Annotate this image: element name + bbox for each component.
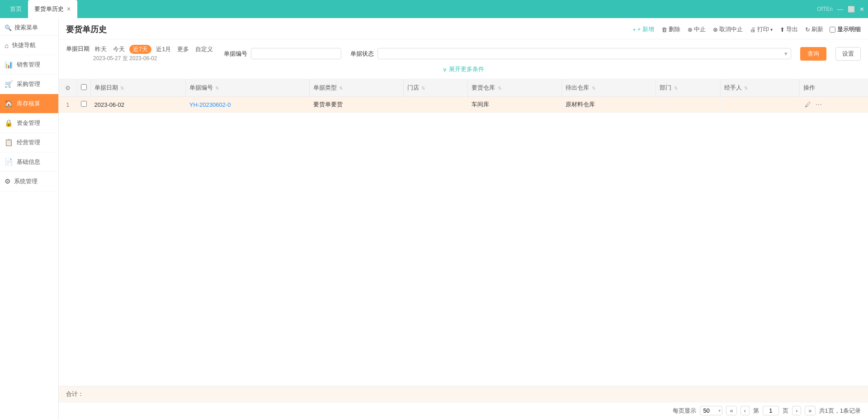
row-edit-icon[interactable]: 🖊 <box>805 101 811 108</box>
th-handler[interactable]: 经手人 ⇅ <box>720 79 799 97</box>
status-select[interactable] <box>377 48 791 59</box>
status-label: 单据状态 <box>350 50 374 58</box>
sidebar-item-purchase[interactable]: 🛒 采购管理 <box>0 75 58 94</box>
date-shortcut-7days[interactable]: 近7天 <box>129 45 151 54</box>
date-shortcut-more[interactable]: 更多 <box>175 45 191 54</box>
bill-no-label: 单据编号 <box>224 50 247 58</box>
sidebar-item-operation[interactable]: 📋 经营管理 <box>0 133 58 152</box>
date-filter: 单据日期 昨天 今天 近7天 近1月 更多 自定义 2023-05-27 至 2… <box>66 45 215 62</box>
sidebar-search[interactable]: 🔍 搜索菜单 <box>0 18 58 36</box>
content-area: 要货单历史 + + 新增 🗑 删除 ⊗ 中止 ⊗ <box>59 18 868 419</box>
tab-bar: 首页 要货单历史 ✕ <box>4 0 817 18</box>
table-row: 1 2023-06-02 YH-20230602-0 要货单要货 车间库 <box>59 97 868 113</box>
row-num: 1 <box>59 97 77 113</box>
sidebar-item-system[interactable]: ⚙ 系统管理 <box>0 172 58 191</box>
system-icon: ⚙ <box>5 177 10 186</box>
tab-close-icon[interactable]: ✕ <box>66 6 71 12</box>
row-req-warehouse: 车间库 <box>468 97 562 113</box>
maximize-btn[interactable]: ⬜ <box>848 6 855 13</box>
data-table: ⚙ 单据日期 ⇅ 单据编号 ⇅ <box>59 79 868 113</box>
prev-page-btn[interactable]: ‹ <box>741 406 750 415</box>
status-filter: 单据状态 ▾ <box>350 48 791 59</box>
row-action-cell: 🖊 ⋯ <box>800 97 868 113</box>
sidebar-item-inventory[interactable]: 🏠 库存核算 <box>0 94 58 114</box>
row-bill-type: 要货单要货 <box>309 97 403 113</box>
per-page-select[interactable]: 50 100 200 <box>700 406 722 415</box>
th-date[interactable]: 单据日期 ⇅ <box>90 79 185 97</box>
settings-button[interactable]: 设置 <box>835 47 861 61</box>
th-store[interactable]: 门店 ⇅ <box>403 79 468 97</box>
total-label: 合计： <box>66 390 84 398</box>
sort-pendwh-icon: ⇅ <box>592 86 595 90</box>
show-detail-input[interactable] <box>830 27 835 33</box>
row-date: 2023-06-02 <box>90 97 185 113</box>
expand-more-btn[interactable]: ∨ 展开更多条件 <box>66 65 861 73</box>
purchase-icon: 🛒 <box>5 80 13 88</box>
th-req-warehouse[interactable]: 要货仓库 ⇅ <box>468 79 562 97</box>
first-page-btn[interactable]: « <box>726 406 736 415</box>
pagination-bar: 每页显示 50 100 200 ▾ « ‹ 第 页 › » 共1页，1条记录 <box>59 402 868 419</box>
basic-info-icon: 📄 <box>5 158 13 166</box>
sidebar-item-quick-nav[interactable]: ⌂ 快捷导航 <box>0 36 58 55</box>
cancel-stop-button[interactable]: ⊗ 取消中止 <box>712 24 744 35</box>
table-footer: 合计： <box>59 386 868 402</box>
window-controls: OfTEn — ⬜ ✕ <box>817 6 864 13</box>
row-bill-no-link[interactable]: YH-20230602-0 <box>189 101 231 108</box>
th-action: 操作 <box>800 79 868 97</box>
table-body: 1 2023-06-02 YH-20230602-0 要货单要货 车间库 <box>59 97 868 113</box>
sidebar-item-finance-label: 资金管理 <box>17 119 40 127</box>
show-detail-checkbox[interactable]: 显示明细 <box>830 25 861 33</box>
print-label: 打印 <box>757 25 769 33</box>
export-button[interactable]: ⬆ 导出 <box>779 24 799 35</box>
th-pending-warehouse[interactable]: 待出仓库 ⇅ <box>562 79 656 97</box>
th-bill-type[interactable]: 单据类型 ⇅ <box>309 79 403 97</box>
table-wrap: ⚙ 单据日期 ⇅ 单据编号 ⇅ <box>59 79 868 386</box>
filter-row-1: 单据日期 昨天 今天 近7天 近1月 更多 自定义 2023-05-27 至 2… <box>66 45 861 62</box>
expand-more-label: 展开更多条件 <box>449 65 484 73</box>
date-shortcut-custom[interactable]: 自定义 <box>193 45 215 54</box>
tab-home[interactable]: 首页 <box>4 0 28 18</box>
toolbar: + + 新增 🗑 删除 ⊗ 中止 ⊗ 取消中止 <box>632 24 861 35</box>
add-button[interactable]: + + 新增 <box>632 24 655 35</box>
th-settings[interactable]: ⚙ <box>59 79 77 97</box>
th-bill-no[interactable]: 单据编号 ⇅ <box>185 79 309 97</box>
tab-purchase-history[interactable]: 要货单历史 ✕ <box>28 0 77 18</box>
date-range-display: 2023-05-27 至 2023-06-02 <box>93 55 215 62</box>
print-button[interactable]: 🖨 打印 ▾ <box>749 24 774 35</box>
stop-label: 中止 <box>694 25 706 33</box>
sales-icon: 📊 <box>5 61 13 69</box>
stop-button[interactable]: ⊗ 中止 <box>687 24 707 35</box>
th-department[interactable]: 部门 ⇅ <box>656 79 721 97</box>
top-bar: 首页 要货单历史 ✕ OfTEn — ⬜ ✕ <box>0 0 868 18</box>
page-input[interactable] <box>763 406 779 415</box>
sidebar-item-basic-info-label: 基础信息 <box>17 158 40 166</box>
select-all-checkbox[interactable] <box>81 84 87 90</box>
date-shortcut-yesterday[interactable]: 昨天 <box>93 45 108 54</box>
query-button[interactable]: 查询 <box>800 47 826 61</box>
bill-no-input[interactable] <box>251 48 341 59</box>
search-icon: 🔍 <box>5 24 12 31</box>
minimize-btn[interactable]: — <box>837 6 843 13</box>
row-more-icon[interactable]: ⋯ <box>816 101 822 108</box>
date-shortcut-1month[interactable]: 近1月 <box>154 45 173 54</box>
add-icon: + <box>632 26 636 33</box>
date-shortcut-today[interactable]: 今天 <box>111 45 127 54</box>
sidebar-item-inventory-label: 库存核算 <box>17 100 40 108</box>
row-checkbox[interactable] <box>81 101 87 107</box>
sort-store-icon: ⇅ <box>421 86 425 90</box>
row-department <box>656 97 721 113</box>
refresh-label: 刷新 <box>811 25 823 33</box>
tab-home-label: 首页 <box>10 5 22 13</box>
inventory-icon: 🏠 <box>5 100 13 108</box>
often-label: OfTEn <box>817 6 833 12</box>
refresh-button[interactable]: ↻ 刷新 <box>804 24 824 35</box>
delete-button[interactable]: 🗑 删除 <box>660 24 681 35</box>
sidebar-item-basic-info[interactable]: 📄 基础信息 <box>0 152 58 172</box>
close-btn[interactable]: ✕ <box>859 6 864 13</box>
show-detail-label: 显示明细 <box>837 25 861 33</box>
sidebar-item-finance[interactable]: 🔒 资金管理 <box>0 114 58 133</box>
sort-billno-icon: ⇅ <box>215 86 219 90</box>
last-page-btn[interactable]: » <box>805 406 815 415</box>
sidebar-item-sales[interactable]: 📊 销售管理 <box>0 55 58 75</box>
next-page-btn[interactable]: › <box>792 406 801 415</box>
